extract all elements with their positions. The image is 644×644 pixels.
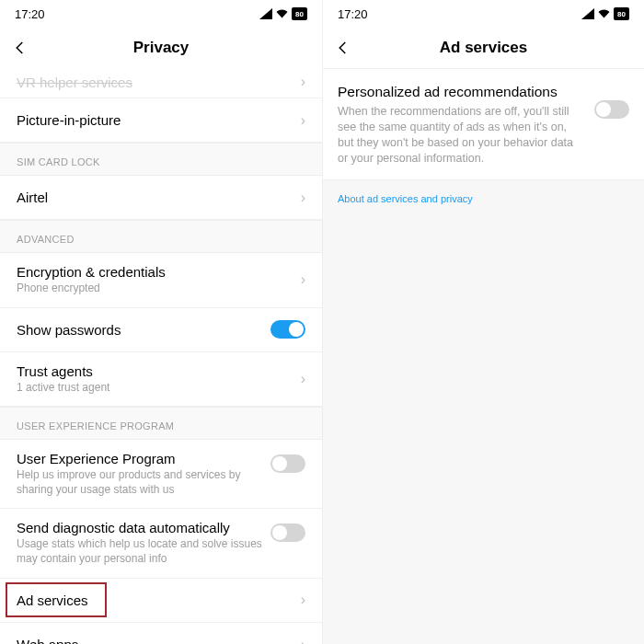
chevron-right-icon: › <box>293 74 305 90</box>
page-title: Privacy <box>0 39 322 57</box>
row-web-apps[interactable]: Web apps › <box>0 623 322 644</box>
section-user-experience-program: USER EXPERIENCE PROGRAM <box>0 407 322 440</box>
wifi-icon <box>597 8 611 19</box>
toggle-personalized-ads[interactable] <box>594 100 629 119</box>
chevron-right-icon: › <box>293 190 305 206</box>
row-title: Airtel <box>17 190 293 205</box>
back-button[interactable] <box>9 37 31 59</box>
row-title: Picture-in-picture <box>17 112 293 128</box>
status-time: 17:20 <box>338 7 368 21</box>
row-airtel[interactable]: Airtel › <box>0 176 322 220</box>
row-title: VR helper services <box>17 75 293 90</box>
row-title: Send diagnostic data automatically <box>17 520 270 535</box>
row-picture-in-picture[interactable]: Picture-in-picture › <box>0 98 322 143</box>
row-title: User Experience Program <box>17 451 270 466</box>
row-title: Trust agents <box>17 363 293 379</box>
chevron-right-icon: › <box>293 112 305 129</box>
status-bar: 17:20 80 <box>0 0 322 28</box>
toggle-send-diagnostic[interactable] <box>270 523 305 542</box>
row-ad-services[interactable]: Ad services › <box>0 579 322 623</box>
row-title: Personalized ad recommendations <box>338 84 594 100</box>
page-title: Ad services <box>323 39 644 57</box>
row-title: Web apps <box>17 637 293 644</box>
chevron-right-icon: › <box>293 271 305 288</box>
chevron-right-icon: › <box>293 592 305 608</box>
row-subtitle: Phone encrypted <box>17 282 293 296</box>
ad-services-screen: 17:20 80 Ad services Personalized ad rec… <box>322 0 644 644</box>
status-icons: 80 <box>259 7 307 20</box>
row-title: Encryption & credentials <box>17 264 293 280</box>
status-icons: 80 <box>581 7 629 20</box>
header: Privacy <box>0 28 322 68</box>
row-subtitle: When the recommendations are off, you'll… <box>338 104 594 167</box>
chevron-left-icon <box>335 40 351 56</box>
row-trust-agents[interactable]: Trust agents 1 active trust agent › <box>0 352 322 408</box>
row-title: Show passwords <box>17 322 270 338</box>
row-show-passwords[interactable]: Show passwords <box>0 308 322 352</box>
section-advanced: ADVANCED <box>0 220 322 253</box>
row-subtitle: 1 active trust agent <box>17 381 293 396</box>
row-title: Ad services <box>17 592 293 608</box>
header: Ad services <box>323 28 644 68</box>
link-about-ad-services[interactable]: About ad services and privacy <box>323 180 644 217</box>
row-personalized-ads[interactable]: Personalized ad recommendations When the… <box>323 69 644 180</box>
chevron-right-icon: › <box>293 371 305 387</box>
signal-icon <box>259 8 272 19</box>
battery-icon: 80 <box>614 7 629 20</box>
wifi-icon <box>275 8 289 19</box>
privacy-screen: 17:20 80 Privacy VR helper services › Pi… <box>0 0 322 644</box>
row-user-experience-program[interactable]: User Experience Program Help us improve … <box>0 440 322 509</box>
row-encryption-credentials[interactable]: Encryption & credentials Phone encrypted… <box>0 253 322 308</box>
chevron-right-icon: › <box>293 637 305 644</box>
chevron-left-icon <box>12 40 29 56</box>
toggle-user-experience-program[interactable] <box>270 454 305 473</box>
section-sim-card-lock: SIM CARD LOCK <box>0 143 322 176</box>
row-subtitle: Help us improve our products and service… <box>17 468 270 497</box>
status-time: 17:20 <box>15 7 45 21</box>
battery-icon: 80 <box>292 7 307 20</box>
row-send-diagnostic[interactable]: Send diagnostic data automatically Usage… <box>0 509 322 578</box>
back-button[interactable] <box>332 37 354 59</box>
status-bar: 17:20 80 <box>323 0 644 28</box>
row-vr-helper[interactable]: VR helper services › <box>0 68 322 98</box>
row-subtitle: Usage stats which help us locate and sol… <box>17 537 270 566</box>
toggle-show-passwords[interactable] <box>270 320 305 339</box>
screen-body: Personalized ad recommendations When the… <box>323 69 644 644</box>
signal-icon <box>581 8 594 19</box>
